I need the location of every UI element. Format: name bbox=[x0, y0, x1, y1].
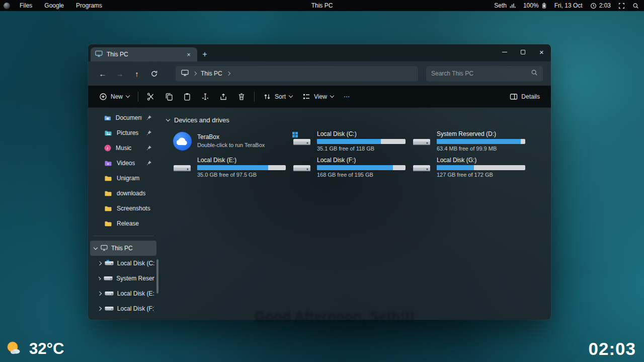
tab-label: This PC bbox=[107, 51, 128, 58]
drive-item-e[interactable]: Local Disk (E:) 35.0 GB free of 97.5 GB bbox=[171, 156, 290, 179]
item-name: TeraBox bbox=[197, 134, 286, 140]
sidebar-item-label: Local Disk (E:) bbox=[117, 290, 154, 297]
minimize-button[interactable] bbox=[495, 44, 514, 59]
paste-button[interactable] bbox=[178, 88, 196, 105]
system-logo-icon[interactable] bbox=[4, 3, 10, 9]
sidebar-item-local-disk-f[interactable]: Local Disk (F:) bbox=[90, 301, 156, 316]
toolbar-divider bbox=[254, 92, 255, 102]
sidebar-item-music[interactable]: ♪ Music bbox=[90, 140, 156, 156]
sidebar-item-label: Local Disk (C:) bbox=[117, 260, 154, 267]
window-controls: × bbox=[495, 44, 551, 59]
drive-name: Local Disk (F:) bbox=[317, 157, 406, 164]
new-label: New bbox=[111, 93, 123, 100]
drive-item-f[interactable]: Local Disk (F:) 168 GB free of 195 GB bbox=[290, 156, 410, 179]
music-icon: ♪ bbox=[104, 144, 111, 152]
documents-folder-icon bbox=[104, 115, 111, 121]
refresh-button[interactable] bbox=[145, 66, 163, 81]
command-toolbar: New Sort View bbox=[88, 86, 551, 108]
forward-button[interactable]: → bbox=[111, 66, 128, 81]
menu-files[interactable]: Files bbox=[14, 2, 38, 9]
pin-icon bbox=[146, 146, 151, 151]
capacity-bar bbox=[197, 165, 286, 170]
pin-icon bbox=[146, 115, 151, 120]
tab-strip: This PC × + × bbox=[88, 44, 551, 61]
chevron-down-icon bbox=[289, 94, 293, 98]
section-label: Devices and drives bbox=[174, 116, 229, 124]
sidebar-scrollbar[interactable] bbox=[156, 259, 158, 294]
capacity-bar bbox=[317, 139, 406, 144]
monitor-icon bbox=[101, 245, 108, 252]
sidebar-item-label: downloads bbox=[117, 190, 145, 197]
user-indicator[interactable]: Seth bbox=[494, 2, 516, 9]
breadcrumb-chevron-icon bbox=[226, 71, 230, 76]
sidebar-item-local-disk-c[interactable]: Local Disk (C:) bbox=[90, 256, 156, 271]
toolbar-divider bbox=[138, 92, 138, 102]
share-button[interactable] bbox=[214, 88, 232, 105]
sidebar-item-release[interactable]: Release bbox=[90, 216, 156, 231]
sidebar-item-pictures[interactable]: Pictures bbox=[90, 125, 156, 140]
address-bar[interactable]: This PC bbox=[176, 66, 418, 82]
up-button[interactable]: ↑ bbox=[128, 66, 145, 81]
sidebar-item-videos[interactable]: Videos bbox=[90, 156, 156, 171]
capacity-bar bbox=[437, 165, 525, 170]
tab-close-icon[interactable]: × bbox=[185, 51, 193, 58]
sidebar-item-this-pc[interactable]: This PC bbox=[90, 241, 156, 256]
cut-button[interactable] bbox=[142, 88, 160, 105]
tab-this-pc[interactable]: This PC × bbox=[91, 47, 197, 61]
search-input[interactable] bbox=[431, 70, 531, 77]
chevron-right-icon[interactable] bbox=[98, 292, 102, 296]
capacity-bar-fill bbox=[437, 139, 521, 144]
more-options-button[interactable]: ⋯ bbox=[339, 88, 355, 105]
sidebar-item-local-disk-e[interactable]: Local Disk (E:) bbox=[90, 286, 156, 301]
search-box[interactable] bbox=[426, 66, 543, 82]
delete-button[interactable] bbox=[232, 88, 251, 105]
drive-free-space: 168 GB free of 195 GB bbox=[317, 172, 406, 178]
fullscreen-icon[interactable] bbox=[618, 3, 625, 9]
sidebar: Documents Pictures ♪ Music Videos Unigra… bbox=[88, 108, 158, 320]
sidebar-item-label: Music bbox=[116, 144, 131, 152]
breadcrumb[interactable]: This PC bbox=[201, 70, 222, 77]
sidebar-item-documents[interactable]: Documents bbox=[90, 110, 156, 125]
view-button[interactable]: View bbox=[297, 88, 339, 105]
drive-item-c[interactable]: Local Disk (C:) 35.1 GB free of 118 GB bbox=[290, 129, 410, 153]
maximize-button[interactable] bbox=[514, 44, 532, 59]
sidebar-divider bbox=[93, 236, 153, 236]
menu-google[interactable]: Google bbox=[39, 2, 69, 9]
section-header-devices-and-drives[interactable]: Devices and drives bbox=[158, 114, 551, 125]
date-text: Fri, 13 Oct bbox=[554, 2, 583, 9]
terabox-item[interactable]: TeraBox Double-click to run TeraBox bbox=[171, 129, 290, 153]
date-indicator[interactable]: Fri, 13 Oct bbox=[554, 2, 583, 9]
capacity-bar bbox=[437, 139, 525, 144]
chevron-right-icon[interactable] bbox=[98, 261, 102, 265]
sidebar-item-downloads[interactable]: downloads bbox=[90, 186, 156, 201]
sidebar-item-label: Pictures bbox=[117, 129, 138, 136]
sidebar-item-screenshots[interactable]: Screenshots bbox=[90, 201, 156, 216]
back-button[interactable]: ← bbox=[94, 66, 111, 81]
drive-item-g[interactable]: Local Disk (G:) 127 GB free of 172 GB bbox=[410, 156, 530, 179]
sidebar-item-system-reserved[interactable]: System Reserved (D:) bbox=[90, 271, 156, 286]
chevron-right-icon[interactable] bbox=[97, 276, 101, 280]
monitor-icon bbox=[181, 69, 189, 78]
details-button[interactable]: Details bbox=[505, 88, 545, 105]
capacity-bar-fill bbox=[317, 165, 393, 170]
sidebar-item-label: Local Disk (F:) bbox=[117, 305, 154, 312]
chevron-down-icon[interactable] bbox=[94, 245, 98, 249]
new-button[interactable]: New bbox=[94, 88, 134, 105]
chevron-down-icon[interactable] bbox=[166, 117, 170, 121]
copy-button[interactable] bbox=[160, 88, 178, 105]
top-menu-bar: Files Google Programs This PC Seth 100% … bbox=[0, 0, 644, 11]
close-button[interactable]: × bbox=[532, 44, 551, 59]
drive-item-d[interactable]: System Reserved (D:) 63.4 MB free of 99.… bbox=[410, 129, 530, 153]
chevron-right-icon[interactable] bbox=[98, 307, 102, 311]
rename-button[interactable] bbox=[196, 88, 214, 105]
battery-indicator[interactable]: 100% bbox=[523, 2, 547, 9]
new-tab-button[interactable]: + bbox=[197, 47, 212, 61]
sidebar-item-unigram[interactable]: Unigram bbox=[90, 171, 156, 186]
menu-programs[interactable]: Programs bbox=[70, 2, 108, 9]
breadcrumb-chevron-icon bbox=[193, 71, 197, 76]
search-icon[interactable] bbox=[632, 3, 639, 9]
sort-button[interactable]: Sort bbox=[258, 88, 297, 105]
search-icon[interactable] bbox=[531, 69, 538, 78]
sidebar-item-label: Videos bbox=[117, 160, 135, 167]
time-indicator[interactable]: 2:03 bbox=[590, 2, 611, 9]
